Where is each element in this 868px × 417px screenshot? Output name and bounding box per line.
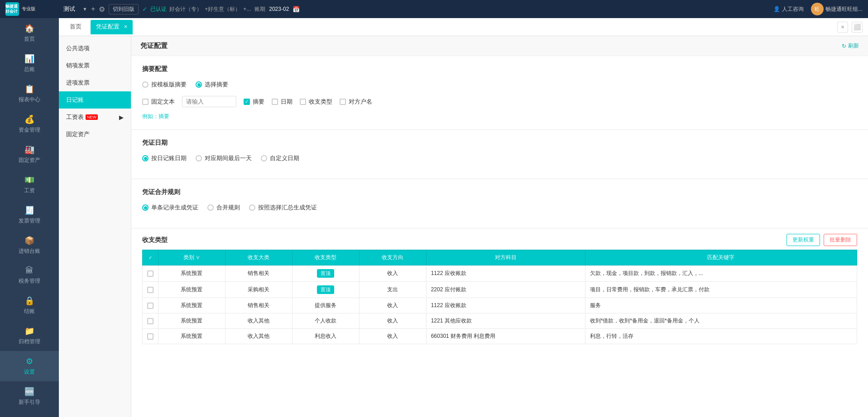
row-checkbox-2[interactable]: [143, 298, 158, 313]
checkbox-income-expense-type[interactable]: 收支类型: [300, 98, 332, 106]
human-consult-btn[interactable]: 👤 人工咨询: [773, 5, 804, 13]
sidebar-item-invoice[interactable]: 🧾 发票管理: [0, 200, 59, 230]
summary-radio-group: 按模板版摘要 选择摘要: [142, 81, 857, 89]
dropdown-arrow[interactable]: ▼: [82, 6, 87, 12]
sidebar-label-capital: 资金管理: [19, 126, 40, 134]
row-checkbox-0[interactable]: [143, 265, 158, 282]
table-header-row: 收支类型 更新权重 批量删除: [142, 234, 857, 246]
tab-close-btn[interactable]: ×: [124, 23, 128, 30]
row-category-2: 系统预置: [158, 298, 225, 313]
sidebar-item-settings[interactable]: ⚙ 设置: [0, 351, 59, 381]
left-nav-public[interactable]: 公共选项: [59, 40, 131, 57]
home-icon: 🏠: [24, 24, 34, 33]
checkbox-box-counterparty-name: [340, 99, 346, 105]
left-nav-fixed-assets[interactable]: 固定资产: [59, 126, 131, 143]
period-value: 2023-02: [269, 6, 289, 12]
refresh-label: 刷新: [848, 42, 859, 50]
row-checkbox-box-4[interactable]: [147, 333, 153, 340]
tab-minimize-btn[interactable]: ×: [837, 22, 848, 33]
col-type-header: 收支类型: [292, 250, 359, 265]
row-type-4: 利息收入: [292, 329, 359, 344]
sidebar-item-capital[interactable]: 💰 资金管理: [0, 109, 59, 139]
row-checkbox-1[interactable]: [143, 282, 158, 298]
row-category-1: 系统预置: [158, 282, 225, 298]
row-direction-0: 收入: [359, 265, 426, 282]
sidebar-label-settings: 设置: [24, 368, 35, 376]
certified-icon: ✓: [142, 5, 148, 13]
radio-circle-single-record: [142, 204, 149, 211]
top-nav-test[interactable]: 测试: [60, 3, 79, 15]
row-checkbox-box-3[interactable]: [147, 318, 153, 324]
left-nav-purchase-invoice[interactable]: 进项发票: [59, 74, 131, 91]
fixed-text-input[interactable]: [182, 96, 236, 107]
sidebar-label-invoice: 发票管理: [19, 217, 40, 225]
radio-merge-rule[interactable]: 合并规则: [207, 204, 240, 212]
col-checkbox[interactable]: ✓: [143, 250, 158, 265]
row-keywords-4: 利息，行转，活存: [585, 329, 857, 344]
radio-single-record[interactable]: 单条记录生成凭证: [142, 204, 198, 212]
sidebar-item-ledger[interactable]: 📊 总账: [0, 48, 59, 79]
sidebar-item-guide[interactable]: 🆕 新手引导: [0, 381, 59, 412]
row-checkbox-box-0[interactable]: [147, 270, 153, 277]
refresh-btn[interactable]: ↻ 刷新: [842, 42, 859, 50]
sidebar-label-ledger: 总账: [24, 66, 35, 73]
checkbox-fixed-text[interactable]: 固定文本: [142, 98, 175, 106]
radio-period-last-day[interactable]: 对应期间最后一天: [196, 154, 252, 162]
settings-icon: ⚙: [26, 356, 33, 366]
radio-template-summary[interactable]: 按模板版摘要: [142, 81, 187, 89]
new-badge: NEW: [86, 114, 98, 120]
sales-ledger-icon: 📦: [24, 236, 34, 246]
badges: ✓ 已认证 好会计（专） +好生意（标） +...: [142, 5, 251, 13]
row-checkbox-box-2[interactable]: [147, 303, 153, 309]
row-checkbox-4[interactable]: [143, 329, 158, 344]
panel-title: 凭证配置: [140, 42, 168, 50]
type-tag-1[interactable]: 置顶: [317, 285, 334, 294]
page-content: 公共选项 销项发票 进项发票 日记账 工资表 NEW ▶ 固定资产: [59, 36, 868, 417]
row-checkbox-3[interactable]: [143, 313, 158, 329]
income-expense-table: ✓ 类别 ∨ 收支大类 收支类型 收支方向 对方科目 匹配关键字: [142, 250, 857, 344]
row-bigclass-1: 采购相关: [225, 282, 292, 298]
checkbox-date[interactable]: 日期: [272, 98, 293, 106]
tab-voucher-config[interactable]: 凭证配置 ×: [91, 20, 133, 34]
ledger-icon: 📊: [24, 54, 34, 64]
voucher-merge-title: 凭证合并规则: [142, 188, 857, 196]
sidebar-item-close-account[interactable]: 🔒 结账: [0, 290, 59, 321]
left-nav-salary-table[interactable]: 工资表 NEW ▶: [59, 109, 131, 126]
radio-diary-date[interactable]: 按日记账日期: [142, 154, 187, 162]
sidebar-label-salary: 工资: [24, 187, 35, 194]
radio-summarize-generate[interactable]: 按照选择汇总生成凭证: [249, 204, 317, 212]
arrow-icon: ▶: [119, 114, 124, 121]
sidebar-label-guide: 新手引导: [19, 398, 40, 406]
sidebar-item-sales-ledger[interactable]: 📦 进销台账: [0, 230, 59, 261]
switch-old-btn[interactable]: 切到旧版: [109, 4, 139, 14]
checkbox-counterparty-name[interactable]: 对方户名: [340, 98, 372, 106]
update-weight-btn[interactable]: 更新权重: [786, 234, 820, 246]
sidebar-item-fixed-assets[interactable]: 🏭 固定资产: [0, 139, 59, 170]
tab-bar: 首页 凭证配置 × × ⬜: [59, 18, 868, 36]
sidebar-item-report[interactable]: 📋 报表中心: [0, 79, 59, 109]
sidebar-item-member[interactable]: 👑 畅会员: [0, 412, 59, 417]
batch-delete-btn[interactable]: 批量删除: [824, 234, 857, 246]
sidebar-item-salary[interactable]: 💵 工资: [0, 170, 59, 200]
sidebar-item-archive[interactable]: 📁 归档管理: [0, 321, 59, 351]
user-info[interactable]: 旺 畅捷通旺旺组...: [811, 3, 863, 15]
sidebar-item-tax[interactable]: 🏛 税务管理: [0, 261, 59, 290]
add-button[interactable]: +: [91, 5, 95, 13]
type-tag-0[interactable]: 置顶: [317, 269, 334, 278]
radio-select-summary[interactable]: 选择摘要: [196, 81, 228, 89]
logo-icon: 畅捷通好会计: [5, 2, 19, 16]
row-checkbox-box-1[interactable]: [147, 287, 153, 293]
settings-top-button[interactable]: ⚙: [99, 5, 105, 14]
row-type-1: 置顶: [292, 282, 359, 298]
sidebar-item-home[interactable]: 🏠 首页: [0, 18, 59, 48]
checkbox-summary[interactable]: ✓ 摘要: [244, 98, 264, 106]
tab-restore-btn[interactable]: ⬜: [852, 22, 863, 33]
table-row: 系统预置 收入其他 利息收入 收入 660301 财务费用 利息费用 利息，行转…: [143, 329, 857, 344]
table-select-all[interactable]: ✓: [147, 255, 153, 261]
tab-home[interactable]: 首页: [64, 20, 87, 34]
left-nav-diary[interactable]: 日记账: [59, 91, 131, 109]
salary-icon: 💵: [24, 175, 34, 185]
left-nav-sales-invoice[interactable]: 销项发票: [59, 57, 131, 74]
radio-custom-date[interactable]: 自定义日期: [261, 154, 299, 162]
calendar-icon[interactable]: 📅: [293, 6, 300, 13]
